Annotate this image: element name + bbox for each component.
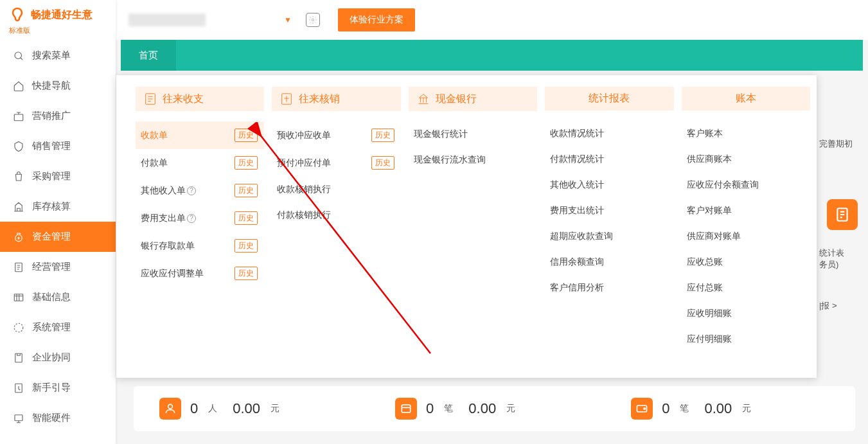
menu-item-c2-3[interactable]: 付款核销执行 <box>272 202 400 228</box>
sidebar-item-7[interactable]: 经营管理 <box>0 252 116 282</box>
sidebar-item-1[interactable]: 快捷导航 <box>0 71 116 101</box>
col-title-3: 现金银行 <box>436 93 477 106</box>
menu-label: 收款核销执行 <box>277 184 331 195</box>
menu-item-c5-7[interactable]: 应收明细账 <box>682 301 810 326</box>
stat1-unit2: 元 <box>270 403 279 414</box>
menu-item-c1-3[interactable]: 费用支出单?历史 <box>136 204 264 232</box>
svg-point-9 <box>312 19 314 21</box>
menu-item-c1-2[interactable]: 其他收入单?历史 <box>136 177 264 204</box>
menu-label: 收款单 <box>141 130 168 141</box>
menu-item-c5-1[interactable]: 供应商账本 <box>682 147 810 172</box>
sidebar-icon-8 <box>13 292 24 303</box>
sidebar-icon-1 <box>13 80 24 92</box>
tab-home[interactable]: 首页 <box>121 40 176 71</box>
sidebar-icon-6 <box>13 231 24 243</box>
menu-label: 预付冲应付单 <box>277 157 331 169</box>
menu-item-c4-2[interactable]: 其他收入统计 <box>545 172 673 198</box>
menu-label: 其他收入统计 <box>550 179 604 191</box>
chevron-down-icon[interactable]: ▼ <box>284 15 292 24</box>
menu-item-c5-3[interactable]: 客户对账单 <box>682 198 810 224</box>
sidebar-item-4[interactable]: 采购管理 <box>0 161 116 191</box>
sidebar-item-5[interactable]: 库存核算 <box>0 191 116 222</box>
history-badge[interactable]: 历史 <box>235 184 258 197</box>
menu-item-c5-0[interactable]: 客户账本 <box>682 121 810 147</box>
menu-item-c3-1[interactable]: 现金银行流水查询 <box>409 147 537 173</box>
menu-item-c4-0[interactable]: 收款情况统计 <box>545 121 673 147</box>
menu-item-c5-4[interactable]: 供应商对账单 <box>682 224 810 249</box>
sidebar-item-6[interactable]: 资金管理 <box>0 222 116 252</box>
history-badge[interactable]: 历史 <box>235 129 258 142</box>
menu-label: 客户账本 <box>687 128 723 139</box>
svg-point-16 <box>644 408 646 410</box>
sidebar-icon-11 <box>13 382 24 394</box>
settings-icon[interactable] <box>306 13 320 27</box>
history-badge[interactable]: 历史 <box>235 156 258 170</box>
sidebar-label-2: 营销推广 <box>32 110 71 122</box>
col-head-4: 统计报表 <box>545 87 673 111</box>
menu-item-c5-5[interactable]: 应收总账 <box>682 249 810 275</box>
sidebar-item-9[interactable]: 系统管理 <box>0 312 116 342</box>
float-action-icon[interactable] <box>827 199 858 230</box>
menu-item-c4-4[interactable]: 超期应收款查询 <box>545 224 673 249</box>
menu-label: 银行存取款单 <box>141 240 195 252</box>
menu-item-c4-5[interactable]: 信用余额查询 <box>545 249 673 275</box>
peek-line-1: 完善期初 <box>819 138 868 150</box>
menu-item-c4-6[interactable]: 客户信用分析 <box>545 275 673 301</box>
brand-name: 畅捷通好生意 <box>31 8 93 22</box>
history-badge[interactable]: 历史 <box>235 211 258 225</box>
sidebar-item-11[interactable]: 新手引导 <box>0 373 116 403</box>
history-badge[interactable]: 历史 <box>371 156 394 170</box>
menu-item-c2-0[interactable]: 预收冲应收单历史 <box>272 121 400 149</box>
svg-rect-8 <box>15 414 22 420</box>
sidebar-item-0[interactable]: 搜索菜单 <box>0 40 116 71</box>
history-badge[interactable]: 历史 <box>235 239 258 253</box>
menu-item-c5-2[interactable]: 应收应付余额查询 <box>682 172 810 198</box>
menu-item-c1-1[interactable]: 付款单历史 <box>136 149 264 177</box>
experience-plan-button[interactable]: 体验行业方案 <box>338 8 415 31</box>
receipt-icon <box>143 92 157 106</box>
sidebar-icon-3 <box>13 141 24 152</box>
menu-item-c2-2[interactable]: 收款核销执行 <box>272 177 400 202</box>
sidebar-item-10[interactable]: 企业协同 <box>0 342 116 373</box>
right-peek: 完善期初 统计表 务员) |报 > <box>817 77 868 312</box>
menu-item-c3-0[interactable]: 现金银行统计 <box>409 121 537 147</box>
menu-label: 应收应付余额查询 <box>687 179 759 191</box>
org-name-redacted <box>128 13 206 26</box>
menu-item-c1-5[interactable]: 应收应付调整单历史 <box>136 260 264 287</box>
menu-item-c5-6[interactable]: 应付总账 <box>682 275 810 301</box>
history-badge[interactable]: 历史 <box>371 129 394 142</box>
svg-rect-4 <box>14 294 23 301</box>
sidebar-item-3[interactable]: 销售管理 <box>0 131 116 161</box>
menu-label: 应收应付调整单 <box>141 268 204 280</box>
menu-item-c1-0[interactable]: 收款单历史 <box>136 121 264 149</box>
history-badge[interactable]: 历史 <box>235 267 258 280</box>
stat2-count: 0 <box>426 400 434 417</box>
stat3-count: 0 <box>662 400 669 417</box>
wallet-icon <box>631 398 653 420</box>
menu-label: 费用支出统计 <box>550 205 604 217</box>
menu-label: 供应商对账单 <box>687 231 741 242</box>
sidebar-icon-2 <box>13 111 24 122</box>
sidebar-label-10: 企业协同 <box>32 351 71 364</box>
menu-item-c5-8[interactable]: 应付明细账 <box>682 326 810 352</box>
menu-label: 信用余额查询 <box>550 256 604 268</box>
menu-item-c4-3[interactable]: 费用支出统计 <box>545 198 673 224</box>
sidebar-item-2[interactable]: 营销推广 <box>0 101 116 131</box>
mega-menu: 往来收支 收款单历史付款单历史其他收入单?历史费用支出单?历史银行存取款单历史应… <box>116 75 817 378</box>
sidebar-icon-5 <box>13 201 24 213</box>
sidebar-label-7: 经营管理 <box>32 261 71 273</box>
menu-item-c2-1[interactable]: 预付冲应付单历史 <box>272 149 400 177</box>
help-icon[interactable]: ? <box>187 186 196 195</box>
menu-label: 付款单 <box>141 157 168 169</box>
svg-rect-1 <box>14 114 23 121</box>
menu-item-c1-4[interactable]: 银行存取款单历史 <box>136 232 264 260</box>
sidebar-item-8[interactable]: 基础信息 <box>0 282 116 312</box>
stat1-unit1: 人 <box>208 403 217 414</box>
transaction-icon <box>395 398 417 420</box>
brand-logo-icon <box>9 6 26 23</box>
menu-item-c4-1[interactable]: 付款情况统计 <box>545 147 673 172</box>
help-icon[interactable]: ? <box>187 214 196 223</box>
sidebar-item-12[interactable]: 智能硬件 <box>0 403 116 433</box>
svg-point-5 <box>14 323 23 332</box>
people-icon <box>159 398 181 420</box>
